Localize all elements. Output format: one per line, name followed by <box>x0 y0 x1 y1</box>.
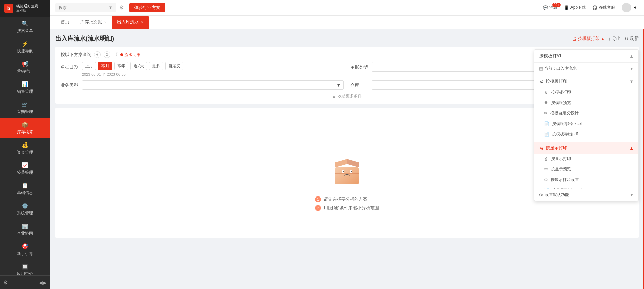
nav-label-finance: 资金管理 <box>17 150 33 155</box>
date-btn-自定义[interactable]: 自定义 <box>165 62 183 70</box>
item-label-display-preview: 按显示预览 <box>551 166 571 172</box>
item-label-template-preview: 按模板预览 <box>551 100 571 106</box>
dropdown-item-display-preview[interactable]: 👁按显示预览 <box>534 164 638 175</box>
section-header-display-print[interactable]: 🖨按显示打印▲ <box>534 142 638 154</box>
item-label-display-print-item: 按显示打印 <box>551 156 571 162</box>
tab-close-batch-account[interactable]: × <box>104 20 106 24</box>
date-btn-上月[interactable]: 上月 <box>82 62 96 70</box>
sidebar-bottom: ⚙ ◀▶ <box>0 275 50 289</box>
item-icon-template-print-item: 🖨 <box>544 90 548 95</box>
nav-icon-finance: 💰 <box>22 142 28 148</box>
sidebar-item-purchase[interactable]: 🛒采购管理 <box>0 98 50 118</box>
search-input[interactable] <box>59 5 107 10</box>
sidebar-item-guide[interactable]: 🎯新手引导 <box>0 240 50 260</box>
filter-tag-dot <box>120 53 123 56</box>
warehouse-label: 仓库 <box>350 80 369 88</box>
sidebar-item-basic[interactable]: 📋基础信息 <box>0 179 50 199</box>
item-label-template-print-item: 按模板打印 <box>551 89 571 95</box>
dropdown-item-template-customize[interactable]: ✏模板自定义设计 <box>534 108 638 119</box>
dropdown-item-display-print-item[interactable]: 🖨按显示打印 <box>534 154 638 164</box>
industry-btn[interactable]: 体验行业方案 <box>129 3 165 12</box>
dropdown-header-actions: ··· ▲ <box>622 53 634 59</box>
dropdown-item-display-print-settings[interactable]: ⚙按显示打印设置 <box>534 175 638 185</box>
dropdown-item-display-export-excel[interactable]: 📄按显示导出excel <box>534 185 638 189</box>
sidebar-item-system[interactable]: ⚙️系统管理 <box>0 199 50 219</box>
sidebar-item-marketing[interactable]: 📢营销推广 <box>0 57 50 78</box>
date-btn-更多[interactable]: 更多 <box>149 62 163 70</box>
tab-home[interactable]: 首页 <box>55 16 75 29</box>
nav-label-guide: 新手引导 <box>17 251 33 257</box>
svg-marker-2 <box>347 159 359 167</box>
export-btn[interactable]: ↑ 导出 <box>609 35 621 42</box>
date-btn-近7天[interactable]: 近7天 <box>130 62 147 70</box>
service-icon: 🎧 <box>592 5 597 10</box>
sidebar-item-search[interactable]: 🔍搜索菜单 <box>0 17 50 37</box>
sidebar-nav: 🔍搜索菜单⚡快捷导航📢营销推广📊销售管理🛒采购管理📦库存核算💰资金管理📈经营管理… <box>0 17 50 275</box>
biz-type-label: 业务类型 <box>61 80 79 88</box>
app-download-btn[interactable]: 📱 App下载 <box>564 5 586 10</box>
item-label-template-customize: 模板自定义设计 <box>550 110 579 116</box>
dropdown-scroll-area: 🖨按模板打印▼🖨按模板打印👁按模板预览✏模板自定义设计📄按模板导出excel📄按… <box>534 74 638 189</box>
tab-inout-flow[interactable]: 出入库流水× <box>112 16 148 29</box>
dropdown-header: 按模板打印 ··· ▲ <box>534 50 638 63</box>
dropdown-item-template-export-excel[interactable]: 📄按模板导出excel <box>534 119 638 129</box>
current-chevron[interactable]: ▼ <box>630 66 634 71</box>
svg-marker-1 <box>335 159 347 167</box>
main-area: ▼ ⚙ 体验行业方案 💬 消息 99+ 📱 App下载 🎧 在线客服 Rit <box>50 0 644 289</box>
nav-icon-enterprise: 🏢 <box>22 223 28 229</box>
nav-label-search: 搜索菜单 <box>17 28 33 34</box>
nav-icon-operation: 📈 <box>22 162 28 168</box>
date-btn-本月[interactable]: 本月 <box>98 62 112 70</box>
sidebar-item-quick-nav[interactable]: ⚡快捷导航 <box>0 37 50 57</box>
date-buttons: 上月本月本年近7天更多自定义 <box>82 62 183 70</box>
refresh-btn[interactable]: ↻ 刷新 <box>625 35 639 42</box>
svg-point-8 <box>343 171 344 172</box>
dropdown-collapse-icon[interactable]: ▲ <box>629 54 634 59</box>
resize-handle[interactable] <box>643 29 644 289</box>
header-gear-icon[interactable]: ⚙ <box>119 4 124 11</box>
sidebar-item-appstore[interactable]: 🔲应用中心 <box>0 260 50 275</box>
item-icon-template-export-pdf: 📄 <box>544 132 549 137</box>
biz-type-select[interactable]: ▼ <box>82 80 344 90</box>
app-icon: 📱 <box>564 5 569 10</box>
sidebar-item-enterprise[interactable]: 🏢企业协同 <box>0 219 50 240</box>
filter-collapse-icon[interactable]: 《 <box>113 52 118 58</box>
nav-label-marketing: 营销推广 <box>17 69 33 74</box>
filter-add-btn[interactable]: + <box>94 51 101 58</box>
dropdown-item-template-preview[interactable]: 👁按模板预览 <box>534 98 638 108</box>
sidebar-item-finance[interactable]: 💰资金管理 <box>0 138 50 159</box>
svg-point-9 <box>351 171 352 172</box>
set-default-btn[interactable]: ⚙ 设置默认功能 ▼ <box>534 189 638 201</box>
date-label: 单据日期 <box>61 62 79 70</box>
section-chevron-template-print: ▼ <box>629 79 634 84</box>
template-print-btn[interactable]: 🖨 按模板打印 ▲ <box>572 35 605 42</box>
sidebar-item-sales[interactable]: 📊销售管理 <box>0 78 50 98</box>
section-chevron-display-print: ▲ <box>629 146 634 151</box>
set-default-label: 设置默认功能 <box>545 192 569 198</box>
dropdown-item-template-print-item[interactable]: 🖨按模板打印 <box>534 87 638 98</box>
customer-service-btn[interactable]: 🎧 在线客服 <box>592 5 615 10</box>
dropdown-item-template-export-pdf[interactable]: 📄按模板导出pdf <box>534 129 638 139</box>
nav-icon-basic: 📋 <box>22 182 28 189</box>
message-btn[interactable]: 💬 消息 99+ <box>543 5 557 10</box>
tab-label-inout-flow: 出入库流水 <box>117 19 139 25</box>
nav-icon-sales: 📊 <box>22 81 28 87</box>
nav-icon-purchase: 🛒 <box>22 101 28 108</box>
settings-bottom-icon[interactable]: ⚙ <box>3 279 8 286</box>
search-dropdown-icon[interactable]: ▼ <box>108 5 113 10</box>
sidebar-item-inventory[interactable]: 📦库存核算 <box>0 118 50 138</box>
section-header-template-print[interactable]: 🖨按模板打印▼ <box>534 76 638 87</box>
item-label-display-export-excel: 按显示导出excel <box>552 187 582 189</box>
sidebar-item-operation[interactable]: 📈经营管理 <box>0 159 50 179</box>
collapse-bottom-icon[interactable]: ◀▶ <box>39 280 47 285</box>
tab-label-home: 首页 <box>61 19 69 25</box>
tab-close-inout-flow[interactable]: × <box>141 20 143 24</box>
dropdown-more-icon[interactable]: ··· <box>622 53 626 59</box>
date-options: 上月本月本年近7天更多自定义 2023-06-01 至 2023-06-30 <box>82 62 183 77</box>
filter-setting-btn[interactable]: ⚙ <box>104 51 110 58</box>
tab-batch-account[interactable]: 库存批次账× <box>75 16 112 29</box>
tab-bar: 首页库存批次账×出入库流水× <box>50 16 644 29</box>
date-btn-本年[interactable]: 本年 <box>114 62 128 70</box>
svg-rect-0 <box>335 167 359 184</box>
user-avatar-area[interactable]: Rit <box>622 3 639 12</box>
